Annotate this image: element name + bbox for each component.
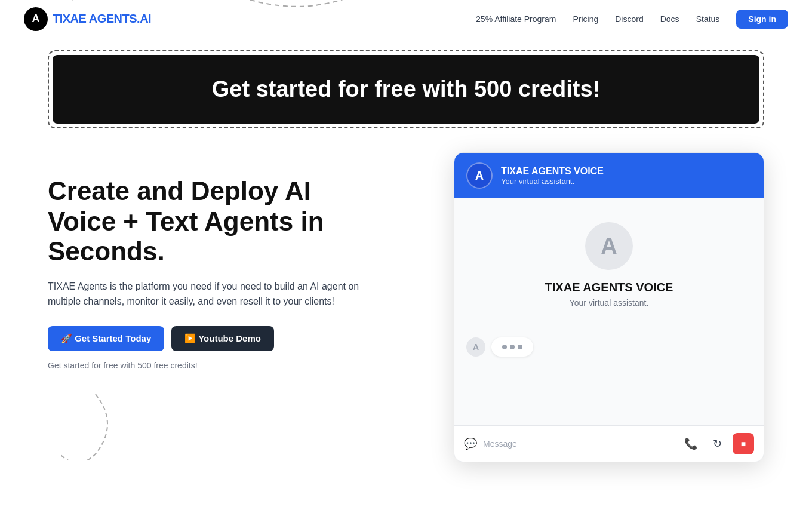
chat-agent-name: TIXAE AGENTS VOICE <box>545 281 673 294</box>
chat-center-avatar: A <box>585 222 633 270</box>
nav-pricing[interactable]: Pricing <box>573 14 598 24</box>
banner-text: Get started for free with 500 credits! <box>212 76 600 102</box>
nav-discord[interactable]: Discord <box>615 14 643 24</box>
chat-message-input[interactable] <box>483 439 674 449</box>
chat-header: A TIXAE AGENTS VOICE Your virtual assist… <box>454 153 764 198</box>
nav-links: 25% Affiliate Program Pricing Discord Do… <box>476 10 788 29</box>
chat-body: A TIXAE AGENTS VOICE Your virtual assist… <box>454 198 764 425</box>
chat-input-bar: 💬 📞 ↻ ■ <box>454 425 764 462</box>
chat-messages: A <box>466 331 752 357</box>
chat-agent-subtitle: Your virtual assistant. <box>570 298 649 308</box>
hero-title: Create and Deploy AI Voice + Text Agents… <box>48 176 382 267</box>
nav-status[interactable]: Status <box>696 14 720 24</box>
navbar: A TIXAE AGENTS.AI 25% Affiliate Program … <box>0 0 812 38</box>
refresh-button[interactable]: ↻ <box>706 433 728 454</box>
chat-widget: A TIXAE AGENTS VOICE Your virtual assist… <box>454 152 764 462</box>
nav-docs[interactable]: Docs <box>660 14 679 24</box>
get-started-label: Get Started Today <box>75 333 151 343</box>
chat-header-subtitle: Your virtual assistant. <box>501 177 604 186</box>
dashed-curve-decoration <box>48 388 167 460</box>
logo[interactable]: A TIXAE AGENTS.AI <box>24 7 151 31</box>
free-credits-text: Get started for free with 500 free credi… <box>48 361 382 370</box>
banner-wrapper: Get started for free with 500 credits! <box>48 50 764 128</box>
chat-widget-container: A TIXAE AGENTS VOICE Your virtual assist… <box>454 152 764 462</box>
stop-button[interactable]: ■ <box>733 433 754 454</box>
hero-description: TIXAE Agents is the platform you need if… <box>48 279 382 309</box>
logo-text: TIXAE AGENTS.AI <box>53 12 151 26</box>
chat-header-info: TIXAE AGENTS VOICE Your virtual assistan… <box>501 166 604 186</box>
message-avatar: A <box>466 337 485 357</box>
nav-affiliate[interactable]: 25% Affiliate Program <box>476 14 556 24</box>
banner: Get started for free with 500 credits! <box>53 55 759 124</box>
youtube-demo-icon: ▶️ <box>184 333 196 343</box>
chat-header-avatar: A <box>466 162 493 189</box>
phone-button[interactable]: 📞 <box>680 433 702 454</box>
hero-section: Create and Deploy AI Voice + Text Agents… <box>48 152 382 462</box>
chat-actions: 📞 ↻ ■ <box>680 433 754 454</box>
youtube-demo-label: Youtube Demo <box>198 333 261 343</box>
youtube-demo-button[interactable]: ▶️ Youtube Demo <box>171 326 274 351</box>
chat-header-name: TIXAE AGENTS VOICE <box>501 166 604 177</box>
hero-buttons: 🚀 Get Started Today ▶️ Youtube Demo <box>48 326 382 351</box>
typing-indicator <box>491 337 533 357</box>
typing-dot-3 <box>518 345 522 349</box>
typing-dot-1 <box>502 345 507 349</box>
signin-button[interactable]: Sign in <box>736 10 788 29</box>
message-icon: 💬 <box>464 437 477 450</box>
get-started-icon: 🚀 <box>61 333 72 343</box>
main-content: Create and Deploy AI Voice + Text Agents… <box>0 152 812 462</box>
typing-dot-2 <box>510 345 515 349</box>
logo-icon: A <box>24 7 48 31</box>
get-started-button[interactable]: 🚀 Get Started Today <box>48 326 164 351</box>
